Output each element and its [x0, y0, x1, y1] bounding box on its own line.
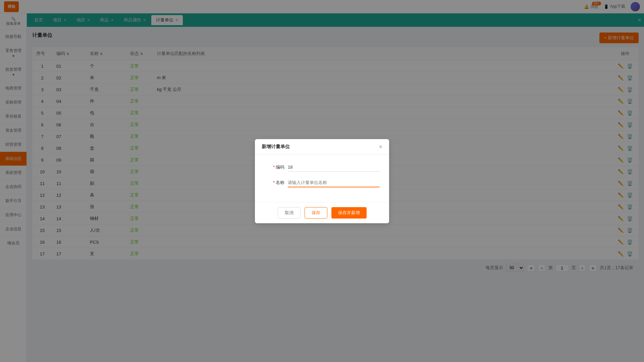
name-form-row: *名称 — [264, 178, 380, 187]
modal-title: 新增计量单位 — [262, 144, 290, 150]
save-button[interactable]: 保存 — [305, 207, 327, 219]
code-input[interactable] — [288, 163, 380, 172]
code-label: *编码 — [264, 164, 284, 170]
required-mark: * — [273, 165, 275, 170]
name-label: *名称 — [264, 180, 284, 186]
modal-footer: 取消 保存 保存并新增 — [255, 202, 389, 223]
add-unit-modal: 新增计量单位 × *编码 *名称 取消 保存 保存并新增 — [255, 139, 389, 223]
code-form-row: *编码 — [264, 163, 380, 172]
cancel-button[interactable]: 取消 — [278, 207, 301, 219]
save-new-button[interactable]: 保存并新增 — [331, 207, 367, 219]
name-input[interactable] — [288, 178, 380, 187]
modal-header: 新增计量单位 × — [255, 139, 389, 155]
modal-overlay: 新增计量单位 × *编码 *名称 取消 保存 保存并新增 — [0, 0, 644, 362]
required-mark2: * — [273, 180, 275, 185]
modal-close-button[interactable]: × — [379, 144, 382, 150]
modal-body: *编码 *名称 — [255, 155, 389, 202]
